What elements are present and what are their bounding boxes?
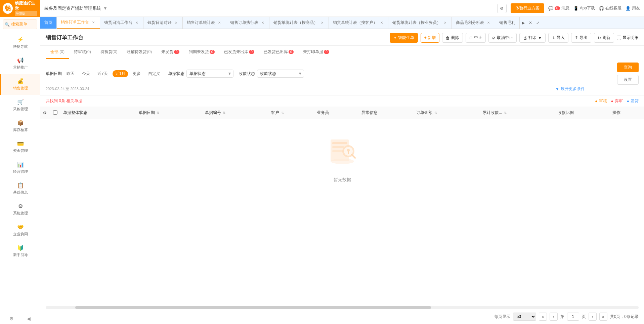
first-page-button[interactable]: « xyxy=(539,313,547,321)
ship-action-button[interactable]: ● 发货 xyxy=(627,98,639,104)
prev-page-button[interactable]: ‹ xyxy=(550,313,558,321)
last-page-button[interactable]: » xyxy=(599,313,607,321)
sidebar-item-guide[interactable]: 🔰 新手引导 xyxy=(0,241,40,261)
show-detail-checkbox-label[interactable]: 显示明细 xyxy=(617,35,639,41)
tab-sales-stat[interactable]: 销售订单统计表 ✕ xyxy=(183,17,226,29)
tab-close-icon[interactable]: ✕ xyxy=(217,21,222,25)
sidebar-item-purchase[interactable]: 🛒 采购管理 xyxy=(0,95,40,116)
th-collected[interactable]: 累计收款... ⇅ xyxy=(480,107,555,119)
sidebar-item-inventory[interactable]: 📦 库存核算 xyxy=(0,116,40,136)
new-button[interactable]: + 新增 xyxy=(421,33,439,43)
system-name-text: 装备及固定资产辅助管理系统 xyxy=(44,5,101,11)
payment-select[interactable]: 收款状态 xyxy=(257,70,304,78)
stop-button[interactable]: ⊙ 中止 xyxy=(466,33,486,43)
sidebar-item-enterprise[interactable]: 🤝 企业协同 xyxy=(0,220,40,241)
tab-product-margin[interactable]: 商品毛利分析表 ✕ xyxy=(452,17,495,29)
date-btn-more[interactable]: 更多 xyxy=(130,70,143,77)
message-button[interactable]: 💬 6 消息 xyxy=(548,5,569,11)
star-icon: ✦ xyxy=(393,36,397,40)
date-btn-yesterday[interactable]: 昨天 xyxy=(64,70,77,77)
tab-close-icon[interactable]: ✕ xyxy=(260,21,265,25)
print-icon: 🖨 xyxy=(523,36,527,40)
tab-close-icon[interactable]: ✕ xyxy=(379,21,384,25)
page-number-input[interactable] xyxy=(567,313,579,321)
tab-close-icon[interactable]: ✕ xyxy=(320,21,325,25)
review-action-button[interactable]: ● 审核 xyxy=(595,98,607,104)
tab-sales-customer[interactable]: 销货单统计表（按客户） ✕ xyxy=(329,17,388,29)
tab-close-icon[interactable]: ✕ xyxy=(174,21,178,25)
ai-generate-button[interactable]: ✦ 智能生单 xyxy=(390,33,418,43)
status-select[interactable]: 单据状态 xyxy=(186,70,233,78)
expand-conditions-button[interactable]: ▼ 展开更多条件 xyxy=(555,86,585,92)
sidebar-item-marketing[interactable]: 📢 营销推广 xyxy=(0,53,40,74)
import-button[interactable]: ⤓ 导入 xyxy=(548,33,568,43)
page-size-select[interactable]: 50 20 100 xyxy=(513,313,536,321)
date-btn-7days[interactable]: 近7天 xyxy=(95,70,111,77)
th-operation: 操作 xyxy=(610,107,644,119)
tab-sales-exec[interactable]: 销售订单执行表 ✕ xyxy=(226,17,269,29)
sidebar-item-basic-info[interactable]: 📋 基础信息 xyxy=(0,178,40,199)
user-menu-button[interactable]: 👤 用友 xyxy=(626,5,640,11)
horizontal-scrollbar[interactable] xyxy=(46,306,639,309)
subtab-pending-inspect[interactable]: 待拣货(0) xyxy=(96,46,122,59)
sidebar-item-finance[interactable]: 💳 资金管理 xyxy=(0,136,40,157)
sidebar-item-system[interactable]: ⚙ 系统管理 xyxy=(0,199,40,220)
system-name-dropdown-icon[interactable]: ▼ xyxy=(103,6,108,11)
search-menu-button[interactable]: 🔍 搜索菜单 xyxy=(3,19,37,29)
print-button[interactable]: 🖨 打印 ▼ xyxy=(519,33,546,43)
tab-home[interactable]: 首页 xyxy=(40,17,57,29)
th-settings[interactable]: ⚙ xyxy=(40,107,50,119)
tab-cash-daily[interactable]: 钱货日清工作台 ✕ xyxy=(100,17,143,29)
tab-close-all[interactable]: ✕ xyxy=(527,17,534,29)
subtab-shipped-not-out[interactable]: 已发货未出库0 xyxy=(219,46,259,59)
tab-cash-reconcile[interactable]: 钱货日清对账 ✕ xyxy=(143,17,183,29)
date-btn-custom[interactable]: 自定义 xyxy=(145,70,163,77)
tab-close-icon[interactable]: ✕ xyxy=(486,21,491,25)
th-customer[interactable]: 客户 ⇅ xyxy=(268,107,314,119)
subtab-pending-review[interactable]: 待审核(0) xyxy=(69,46,96,59)
subtab-expired[interactable]: 到期未发货0 xyxy=(184,46,220,59)
cancel-stop-button[interactable]: ⊘ 取消中止 xyxy=(488,33,517,43)
cancel-review-action-button[interactable]: ● 弃审 xyxy=(611,98,623,104)
tab-sales-profit[interactable]: 销售毛利 xyxy=(495,17,520,29)
th-number[interactable]: 单据编号 ⇅ xyxy=(202,107,268,119)
tab-expand[interactable]: ⤢ xyxy=(534,17,542,29)
tab-close-icon[interactable]: ✕ xyxy=(134,21,139,25)
empty-text: 暂无数据 xyxy=(334,177,351,183)
tab-close-icon[interactable]: ✕ xyxy=(443,21,447,25)
header-settings-icon[interactable]: ⚙ xyxy=(497,4,507,13)
th-checkbox[interactable] xyxy=(50,107,60,119)
th-amount[interactable]: 订单金额 ⇅ xyxy=(414,107,480,119)
delete-button[interactable]: 🗑 删除 xyxy=(442,33,463,43)
tab-scroll-right[interactable]: ▶ xyxy=(520,17,527,29)
subtab-all[interactable]: 全部 (0) xyxy=(46,46,69,59)
sidebar-item-sales[interactable]: 💰 销售管理 xyxy=(0,74,40,95)
scrollbar-thumb[interactable] xyxy=(75,306,431,309)
sidebar-item-quick-nav[interactable]: ⚡ 快捷导航 xyxy=(0,32,40,53)
tab-sales-staff[interactable]: 销货单统计表（按业务员） ✕ xyxy=(388,17,452,29)
subtab-shipped-out[interactable]: 已发货已出库0 xyxy=(259,46,299,59)
sidebar-collapse-button[interactable]: ◀ xyxy=(27,316,31,321)
th-date[interactable]: 单据日期 ⇅ xyxy=(136,107,202,119)
trial-button[interactable]: 体验行业方案 xyxy=(511,3,544,13)
online-service-button[interactable]: 🎧 在线客服 xyxy=(599,5,621,11)
set-button[interactable]: 设置 xyxy=(617,75,639,85)
subtab-unprinted[interactable]: 未打印单据0 xyxy=(298,46,334,59)
tab-sales-product[interactable]: 销货单统计表（按商品） ✕ xyxy=(269,17,329,29)
app-download-button[interactable]: 📱 App下载 xyxy=(573,5,595,11)
subtab-unshipped[interactable]: 未发货0 xyxy=(157,46,184,59)
tab-sales-workbench[interactable]: 销售订单工作台 ✕ xyxy=(57,17,100,29)
tab-close-icon[interactable]: ✕ xyxy=(91,20,96,25)
sidebar-settings-button[interactable]: ⚙ xyxy=(9,316,14,321)
export-button[interactable]: ⤒ 导出 xyxy=(571,33,591,43)
refresh-button[interactable]: ↻ 刷新 xyxy=(594,33,614,43)
next-page-button[interactable]: › xyxy=(589,313,597,321)
sidebar-item-operations[interactable]: 📊 经营管理 xyxy=(0,157,40,178)
box-icon: 📦 xyxy=(17,120,24,126)
subtab-wangpu[interactable]: 旺铺待发货(0) xyxy=(122,46,157,59)
select-all-checkbox[interactable] xyxy=(53,110,57,115)
date-btn-1month[interactable]: 近1月 xyxy=(113,70,128,77)
date-btn-today[interactable]: 今天 xyxy=(79,70,93,77)
show-detail-checkbox[interactable] xyxy=(617,36,621,40)
query-button[interactable]: 查询 xyxy=(617,63,639,72)
